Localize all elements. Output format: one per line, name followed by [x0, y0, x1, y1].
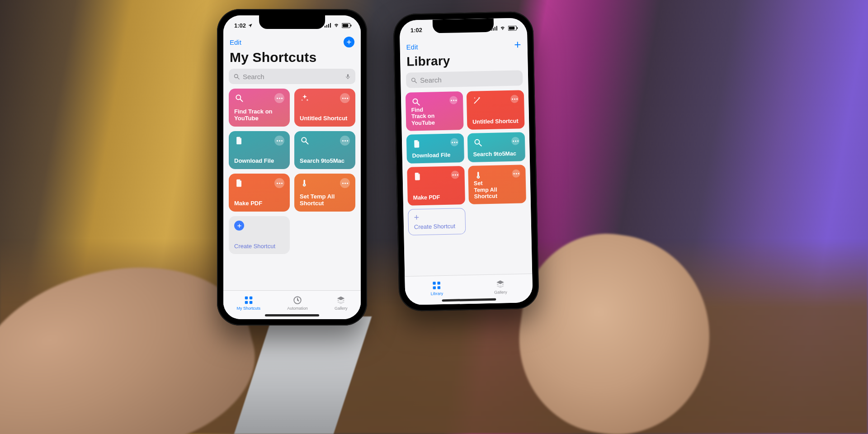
plus-icon — [346, 39, 352, 45]
more-icon[interactable] — [450, 138, 458, 146]
search-bar[interactable]: Search — [229, 69, 355, 84]
cellular-icon — [491, 26, 497, 30]
more-icon[interactable] — [340, 178, 350, 188]
more-icon[interactable] — [449, 96, 458, 104]
search-icon — [411, 97, 421, 107]
more-icon[interactable] — [274, 136, 284, 146]
search-icon — [233, 73, 240, 80]
svg-point-11 — [304, 184, 305, 186]
svg-line-8 — [241, 99, 243, 102]
create-label: Create Shortcut — [414, 223, 460, 231]
shortcut-tile[interactable]: Set Temp All Shortcut — [294, 174, 355, 212]
more-icon[interactable] — [510, 95, 519, 103]
shortcut-tile[interactable]: Set Temp All Shortcut — [468, 165, 526, 204]
svg-rect-1 — [343, 24, 349, 27]
shortcut-tile[interactable]: Download File — [229, 131, 290, 169]
tab-label: Gallery — [335, 306, 348, 311]
time-text: 1:02 — [234, 22, 246, 29]
edit-button[interactable]: Edit — [406, 43, 418, 51]
wifi-icon — [333, 23, 340, 28]
more-icon[interactable] — [511, 137, 519, 145]
svg-rect-19 — [517, 27, 518, 28]
svg-rect-28 — [438, 282, 441, 285]
more-icon[interactable] — [274, 178, 284, 188]
status-time: 1:02 — [234, 22, 253, 29]
battery-icon — [342, 23, 352, 28]
shortcut-tile[interactable]: Search 9to5Mac — [467, 132, 525, 162]
status-right — [491, 25, 518, 31]
shortcut-tile[interactable]: Make PDF — [407, 166, 465, 206]
doc-icon — [412, 139, 422, 149]
battery-icon — [508, 25, 518, 30]
phone-left: 1:02 Edit My Shortcuts — [217, 9, 367, 326]
tile-label: Search 9to5Mac — [473, 150, 520, 158]
tab-automation[interactable]: Automation — [287, 295, 308, 311]
tile-label: Untitled Shortcut — [300, 115, 350, 122]
more-icon[interactable] — [340, 136, 350, 146]
status-time: 1:02 — [410, 26, 422, 33]
svg-line-23 — [417, 103, 420, 105]
shortcut-tile[interactable]: Make PDF — [229, 174, 290, 212]
more-icon[interactable] — [451, 170, 459, 179]
svg-rect-2 — [350, 24, 351, 26]
more-icon[interactable] — [340, 93, 350, 103]
add-button[interactable] — [344, 37, 354, 47]
mic-icon[interactable] — [345, 73, 351, 80]
scene: 1:02 Edit My Shortcuts — [0, 0, 868, 434]
tab-library[interactable]: Library — [430, 280, 443, 296]
create-shortcut[interactable]: Create Shortcut — [229, 216, 290, 254]
shortcuts-grid: Find Track on YouTube Untitled Shortcut … — [223, 89, 361, 254]
shortcuts-grid: Find Track on YouTube Untitled Shortcut … — [401, 90, 532, 236]
tile-label: Make PDF — [234, 200, 284, 207]
shortcut-tile[interactable]: Search 9to5Mac — [294, 131, 355, 169]
doc-icon — [234, 136, 244, 146]
tile-label: Make PDF — [413, 193, 460, 201]
tile-label: Set Temp All Shortcut — [300, 193, 350, 207]
edit-button[interactable]: Edit — [230, 38, 241, 46]
shortcut-tile[interactable]: Download File — [406, 133, 464, 164]
shortcut-tile[interactable]: Find Track on YouTube — [406, 91, 464, 131]
svg-rect-14 — [245, 301, 248, 303]
search-bar[interactable]: Search — [406, 70, 523, 88]
create-shortcut[interactable]: +Create Shortcut — [408, 208, 466, 236]
tab-label: Library — [430, 291, 443, 296]
search-icon — [473, 137, 483, 147]
svg-line-10 — [306, 142, 308, 144]
svg-rect-5 — [347, 74, 349, 77]
svg-rect-15 — [250, 301, 252, 303]
shortcut-tile[interactable]: Find Track on YouTube — [229, 89, 290, 127]
screen-right: 1:02 Edit + Library Search — [399, 18, 533, 305]
svg-rect-18 — [509, 26, 514, 29]
search-placeholder: Search — [420, 76, 442, 84]
status-bar: 1:02 — [223, 15, 361, 35]
shortcut-tile[interactable]: Untitled Shortcut — [467, 90, 525, 130]
status-right — [325, 23, 352, 28]
create-label: Create Shortcut — [234, 243, 284, 250]
svg-rect-13 — [250, 296, 252, 299]
wifi-icon — [500, 26, 506, 31]
tile-label: Set Temp All Shortcut — [474, 179, 521, 200]
thermometer-icon — [473, 170, 483, 180]
tab-label: Gallery — [494, 290, 507, 295]
more-icon[interactable] — [512, 170, 520, 178]
shortcut-tile[interactable]: Untitled Shortcut — [294, 89, 355, 127]
more-icon[interactable] — [274, 93, 284, 103]
svg-line-4 — [237, 77, 239, 79]
nav-bar: Edit — [223, 35, 361, 48]
thermometer-icon — [300, 178, 310, 188]
add-button[interactable]: + — [514, 40, 521, 49]
svg-line-21 — [415, 81, 417, 83]
home-indicator[interactable] — [265, 314, 319, 316]
location-icon — [248, 23, 253, 28]
plus-icon — [234, 221, 244, 231]
cellular-icon — [325, 23, 331, 28]
svg-rect-12 — [245, 296, 248, 299]
tab-my-shortcuts[interactable]: My Shortcuts — [237, 295, 261, 311]
status-bar: 1:02 — [399, 18, 527, 40]
doc-icon — [234, 178, 244, 188]
sparkle-icon — [300, 93, 310, 103]
tab-gallery[interactable]: Gallery — [335, 295, 348, 311]
tab-gallery[interactable]: Gallery — [494, 279, 507, 295]
svg-line-25 — [479, 144, 481, 146]
content: Edit My Shortcuts Search Find Track on Y… — [223, 15, 361, 319]
